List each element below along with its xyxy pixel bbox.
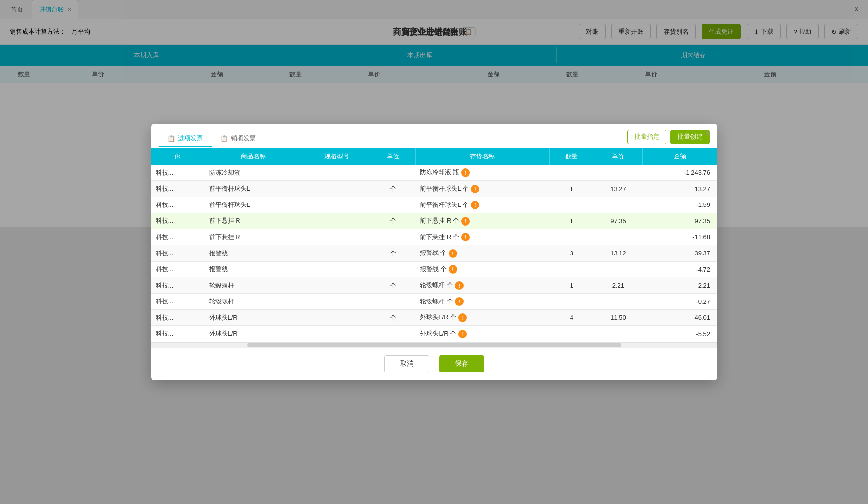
cell-qty (549, 229, 594, 245)
cell-price (594, 326, 643, 342)
cell-spec (303, 326, 371, 342)
cell-unit (371, 293, 416, 310)
warn-icon: ! (461, 168, 470, 177)
cell-product-name: 报警线 (204, 245, 303, 262)
table-row: 科技... 前平衡杆球头L 前平衡杆球头L 个! -1.59 (151, 197, 717, 213)
warn-icon: ! (461, 233, 470, 241)
tab-purchase-invoice[interactable]: 📋 进项发票 (159, 130, 212, 147)
cell-product-name: 外球头L/R (204, 310, 303, 326)
cell-product-name: 外球头L/R (204, 326, 303, 342)
cell-amount: -1,243.76 (643, 165, 717, 180)
cell-unit (371, 261, 416, 277)
cell-amount: 39.37 (643, 245, 717, 262)
cell-company: 科技... (151, 310, 204, 326)
cell-stock-name: 前下悬挂 R 个! (415, 229, 549, 245)
cell-amount: -5.52 (643, 326, 717, 342)
invoice-table: 你 商品名称 规格型号 单位 存货名称 数量 单价 金额 科技... 防冻冷却液… (151, 148, 717, 342)
cell-unit (371, 197, 416, 213)
cell-company: 科技... (151, 180, 204, 197)
cell-qty: 1 (549, 213, 594, 229)
table-row: 科技... 轮毂螺杆 个 轮毂螺杆 个! 1 2.21 2.21 (151, 277, 717, 294)
cell-qty: 4 (549, 310, 594, 326)
cell-company: 科技... (151, 165, 204, 180)
tab1-icon: 📋 (167, 135, 175, 142)
table-header-row: 你 商品名称 规格型号 单位 存货名称 数量 单价 金额 (151, 148, 717, 165)
cell-unit (371, 165, 416, 180)
cell-qty: 1 (549, 180, 594, 197)
cell-amount: -11.68 (643, 229, 717, 245)
cell-amount: 46.01 (643, 310, 717, 326)
modal-table-wrapper[interactable]: 你 商品名称 规格型号 单位 存货名称 数量 单价 金额 科技... 防冻冷却液… (151, 148, 717, 342)
cell-spec (303, 245, 371, 262)
table-row: 科技... 防冻冷却液 防冻冷却液 瓶! -1,243.76 (151, 165, 717, 180)
cell-spec (303, 213, 371, 229)
cell-stock-name: 前下悬挂 R 个! (415, 213, 549, 229)
cell-spec (303, 277, 371, 294)
cell-unit: 个 (371, 180, 416, 197)
cell-price: 11.50 (594, 310, 643, 326)
cell-unit: 个 (371, 310, 416, 326)
warn-icon: ! (461, 217, 470, 226)
cell-qty: 3 (549, 245, 594, 262)
cell-stock-name: 外球头L/R 个! (415, 326, 549, 342)
cell-unit: 个 (371, 213, 416, 229)
cell-qty (549, 197, 594, 213)
cell-product-name: 前下悬挂 R (204, 229, 303, 245)
modal-overlay: 📋 进项发票 📋 销项发票 批量指定 批量创建 × 你 商品名称 规格型号 (0, 0, 868, 504)
table-row: 科技... 外球头L/R 个 外球头L/R 个! 4 11.50 46.01 (151, 310, 717, 326)
table-row: 科技... 前下悬挂 R 前下悬挂 R 个! -11.68 (151, 229, 717, 245)
cell-spec (303, 197, 371, 213)
cell-price: 2.21 (594, 277, 643, 294)
cell-qty (549, 165, 594, 180)
modal-footer: 取消 保存 (151, 347, 717, 380)
warn-icon: ! (455, 281, 464, 290)
cell-spec (303, 165, 371, 180)
cell-company: 科技... (151, 245, 204, 262)
col-header-spec: 规格型号 (303, 148, 371, 165)
table-row: 科技... 外球头L/R 外球头L/R 个! -5.52 (151, 326, 717, 342)
tab1-label: 进项发票 (178, 134, 203, 143)
table-row: 科技... 轮毂螺杆 轮毂螺杆 个! -0.27 (151, 293, 717, 310)
modal-close-button[interactable]: × (705, 129, 711, 137)
cell-spec (303, 293, 371, 310)
cell-amount: 13.27 (643, 180, 717, 197)
cell-price: 97.35 (594, 213, 643, 229)
col-header-qty: 数量 (549, 148, 594, 165)
modal-header: 📋 进项发票 📋 销项发票 批量指定 批量创建 × (151, 124, 717, 148)
cell-company: 科技... (151, 197, 204, 213)
cell-stock-name: 前平衡杆球头L 个! (415, 180, 549, 197)
cell-qty (549, 261, 594, 277)
batch-assign-button[interactable]: 批量指定 (627, 130, 666, 144)
warn-icon: ! (449, 249, 457, 258)
warn-icon: ! (455, 297, 464, 306)
cell-product-name: 前平衡杆球头L (204, 197, 303, 213)
table-row: 科技... 报警线 报警线 个! -4.72 (151, 261, 717, 277)
col-header-product-name: 商品名称 (204, 148, 303, 165)
cell-stock-name: 防冻冷却液 瓶! (415, 165, 549, 180)
table-row: 科技... 报警线 个 报警线 个! 3 13.12 39.37 (151, 245, 717, 262)
cell-product-name: 前下悬挂 R (204, 213, 303, 229)
warn-icon: ! (449, 265, 457, 274)
invoice-modal: 📋 进项发票 📋 销项发票 批量指定 批量创建 × 你 商品名称 规格型号 (151, 124, 717, 380)
batch-create-button[interactable]: 批量创建 (670, 130, 710, 144)
cell-price (594, 197, 643, 213)
cell-stock-name: 报警线 个! (415, 261, 549, 277)
cell-product-name: 防冻冷却液 (204, 165, 303, 180)
cell-price: 13.12 (594, 245, 643, 262)
cancel-button[interactable]: 取消 (384, 355, 429, 372)
cell-stock-name: 报警线 个! (415, 245, 549, 262)
tab2-icon: 📋 (220, 135, 228, 142)
cell-price (594, 293, 643, 310)
table-row: 科技... 前下悬挂 R 个 前下悬挂 R 个! 1 97.35 97.35 (151, 213, 717, 229)
cell-qty (549, 326, 594, 342)
cell-price: 13.27 (594, 180, 643, 197)
save-button[interactable]: 保存 (439, 355, 484, 372)
table-row: 科技... 前平衡杆球头L 个 前平衡杆球头L 个! 1 13.27 13.27 (151, 180, 717, 197)
warn-icon: ! (458, 313, 467, 322)
cell-spec (303, 229, 371, 245)
tab-sales-invoice[interactable]: 📋 销项发票 (212, 130, 264, 147)
cell-price (594, 229, 643, 245)
horizontal-scrollbar[interactable] (151, 342, 717, 347)
cell-company: 科技... (151, 261, 204, 277)
warn-icon: ! (471, 185, 479, 193)
